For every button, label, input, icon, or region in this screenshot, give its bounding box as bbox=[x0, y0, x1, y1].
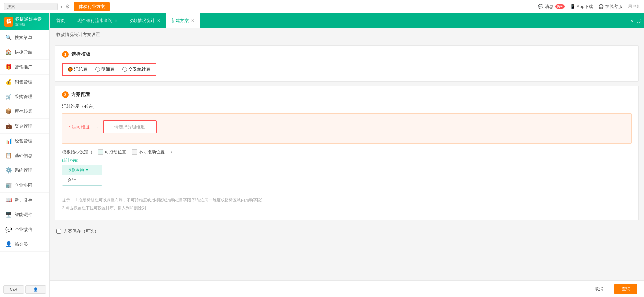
stat-label: 统计指标 bbox=[62, 158, 102, 163]
sidebar-item-hardware[interactable]: 🖥️ 智能硬件 bbox=[0, 207, 49, 222]
tab-bar: 首页 现金银行流水查询 ✕ 收款情况统计 ✕ 新建方案 ✕ ✕ ⛶ bbox=[50, 13, 644, 28]
step1-number: 1 bbox=[62, 51, 69, 58]
tab-collection[interactable]: 收款情况统计 ✕ bbox=[123, 13, 166, 28]
tab-newplan[interactable]: 新建方案 ✕ bbox=[166, 13, 200, 28]
sidebar-footer-btn1[interactable]: CaR bbox=[3, 285, 24, 294]
sidebar-label-marketing: 营销推广 bbox=[15, 64, 32, 70]
draggable-toggle[interactable]: 可拖动位置 bbox=[98, 149, 126, 155]
sidebar-item-operation[interactable]: 📊 经营管理 bbox=[0, 134, 49, 148]
sidebar-label-search: 搜索菜单 bbox=[15, 35, 32, 41]
sidebar-label-basic: 基础信息 bbox=[15, 153, 32, 159]
save-checkbox[interactable] bbox=[56, 229, 61, 234]
indicators-table: 收款金额 ▾ 合计 bbox=[62, 165, 102, 186]
step1-title: 选择模板 bbox=[71, 51, 90, 57]
dimension-row: * 纵向维度 → 请选择分组维度 bbox=[69, 120, 625, 133]
tab-newplan-close[interactable]: ✕ bbox=[191, 18, 194, 23]
money-icon: 💰 bbox=[5, 79, 12, 85]
query-button[interactable]: 查询 bbox=[614, 284, 637, 294]
radio-summary[interactable]: 汇总表 bbox=[68, 66, 87, 72]
sidebar-item-sales[interactable]: 💰 销售管理 bbox=[0, 75, 49, 89]
sidebar-label-corp: 企业协同 bbox=[15, 182, 32, 188]
gear-icon[interactable]: ⚙ bbox=[65, 3, 70, 10]
sidebar-item-wechat[interactable]: 💬 企业微信 bbox=[0, 222, 49, 237]
book-icon: 📖 bbox=[5, 197, 12, 203]
tips-section: 提示： 1.拖动标题栏可以调整布局，不可跨维度或指标区域拖动栏目字段(只能在同一… bbox=[62, 193, 632, 215]
message-icon: 💬 bbox=[538, 4, 543, 9]
user-name: 用户名 bbox=[628, 4, 640, 9]
sidebar-label-system: 系统管理 bbox=[15, 167, 32, 174]
gift-icon: 🎁 bbox=[5, 64, 12, 70]
monitor-icon: 🖥️ bbox=[5, 211, 12, 218]
sidebar-footer-btn2[interactable]: 👤 bbox=[25, 285, 46, 294]
sidebar-item-guide[interactable]: 📖 新手引导 bbox=[0, 193, 49, 207]
radio-detail-label: 明细表 bbox=[101, 66, 114, 72]
logo-area: 畅 畅捷通好生意 标准版 bbox=[0, 13, 49, 30]
dimension-title: 汇总维度（必选） bbox=[62, 103, 632, 109]
draggable-label: 可拖动位置 bbox=[105, 149, 126, 155]
cancel-button[interactable]: 取消 bbox=[588, 284, 610, 294]
radio-detail[interactable]: 明细表 bbox=[95, 66, 114, 72]
sidebar-label-purchase: 采购管理 bbox=[15, 94, 32, 100]
stat-label-col: 统计指标 收款金额 ▾ 合计 bbox=[62, 158, 102, 187]
indicators-section: 模板指标设定（ 可拖动位置 不可拖动位置 ） bbox=[62, 149, 632, 215]
chart-icon: 📊 bbox=[5, 138, 12, 144]
tab-maximize-icon[interactable]: ⛶ bbox=[636, 18, 641, 23]
sidebar-item-marketing[interactable]: 🎁 营销推广 bbox=[0, 60, 49, 75]
top-bar-right: 💬 消息 99+ 📱 App下载 🎧 在线客服 用户名 bbox=[538, 4, 640, 10]
bottom-bar: 取消 查询 bbox=[50, 280, 644, 297]
cart-icon: 🛒 bbox=[5, 93, 12, 100]
tab-cashflow-close[interactable]: ✕ bbox=[114, 18, 118, 23]
draggable-box bbox=[98, 149, 103, 155]
download-btn[interactable]: 📱 App下载 bbox=[570, 4, 593, 10]
sidebar-label-finance: 资金管理 bbox=[15, 123, 32, 129]
step2-title: 方案配置 bbox=[71, 92, 90, 98]
sidebar-item-inventory[interactable]: 📦 库存核算 bbox=[0, 104, 49, 119]
logo-subtitle: 标准版 bbox=[15, 22, 42, 27]
content-area: 首页 现金银行流水查询 ✕ 收款情况统计 ✕ 新建方案 ✕ ✕ ⛶ 收款情况统计… bbox=[50, 13, 644, 297]
step1-header: 1 选择模板 bbox=[62, 51, 632, 58]
sidebar-label-wechat: 企业微信 bbox=[15, 227, 32, 233]
sidebar-label-hardware: 智能硬件 bbox=[15, 212, 32, 218]
radio-cross-input[interactable] bbox=[122, 67, 127, 72]
radio-detail-input[interactable] bbox=[95, 67, 100, 72]
sidebar-item-corp[interactable]: 🏢 企业协同 bbox=[0, 178, 49, 193]
vertical-label: * 纵向维度 bbox=[69, 124, 90, 130]
search-input[interactable] bbox=[4, 3, 58, 10]
sidebar-item-member[interactable]: 👤 畅会员 bbox=[0, 237, 49, 252]
sidebar-footer: CaR 👤 bbox=[0, 282, 49, 297]
page-title: 收款情况统计方案设置 bbox=[50, 28, 644, 41]
radio-cross[interactable]: 交叉统计表 bbox=[122, 66, 150, 72]
sidebar-item-purchase[interactable]: 🛒 采购管理 bbox=[0, 89, 49, 104]
tab-cashflow-label: 现金银行流水查询 bbox=[77, 18, 112, 24]
radio-summary-input[interactable] bbox=[68, 67, 73, 72]
dropdown-indicator-icon[interactable]: ▾ bbox=[86, 168, 88, 172]
box-icon: 📦 bbox=[5, 108, 12, 114]
save-label: 方案保存（可选） bbox=[64, 228, 99, 234]
sidebar-item-quicknav[interactable]: 🏠 快捷导航 bbox=[0, 45, 49, 60]
tab-collection-label: 收款情况统计 bbox=[129, 18, 155, 24]
tab-collection-close[interactable]: ✕ bbox=[157, 18, 160, 23]
dropdown-arrow-icon[interactable]: ▾ bbox=[60, 4, 63, 9]
sidebar-item-basic[interactable]: 📋 基础信息 bbox=[0, 148, 49, 163]
step1-section: 1 选择模板 汇总表 明细表 交叉统计表 bbox=[55, 45, 639, 82]
sidebar-label-operation: 经营管理 bbox=[15, 138, 32, 144]
industry-btn[interactable]: 体验行业方案 bbox=[74, 2, 110, 11]
service-btn[interactable]: 🎧 在线客服 bbox=[598, 4, 623, 10]
tip-1: 提示： 1.拖动标题栏可以调整布局，不可跨维度或指标区域拖动栏目字段(只能在同一… bbox=[62, 196, 632, 204]
indicators-header-text: 模板指标设定（ bbox=[62, 149, 93, 155]
sidebar-item-finance[interactable]: 💼 资金管理 bbox=[0, 119, 49, 134]
tab-home[interactable]: 首页 bbox=[50, 13, 72, 28]
sidebar-label-quicknav: 快捷导航 bbox=[15, 49, 32, 55]
tab-close-all-icon[interactable]: ✕ bbox=[630, 18, 634, 23]
tab-cashflow[interactable]: 现金银行流水查询 ✕ bbox=[72, 13, 123, 28]
headset-icon: 🎧 bbox=[598, 4, 604, 9]
list-icon: 📋 bbox=[5, 152, 12, 159]
message-btn[interactable]: 💬 消息 99+ bbox=[538, 4, 565, 10]
sidebar-label-member: 畅会员 bbox=[15, 241, 28, 247]
non-draggable-toggle[interactable]: 不可拖动位置 bbox=[132, 149, 165, 155]
tip-2: 2.点击标题栏下拉可设置排序、插入列和删除列 bbox=[62, 204, 632, 212]
dimension-select[interactable]: 请选择分组维度 bbox=[103, 120, 157, 133]
sidebar-item-system[interactable]: ⚙️ 系统管理 bbox=[0, 163, 49, 178]
sidebar-item-search[interactable]: 🔍 搜索菜单 bbox=[0, 30, 49, 45]
chat-icon: 💬 bbox=[5, 226, 12, 233]
